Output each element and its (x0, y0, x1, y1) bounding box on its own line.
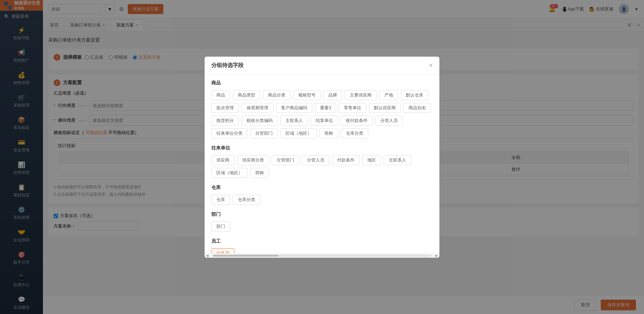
field-tag-cp-5[interactable]: 地区 (362, 155, 381, 165)
field-tag-goods-24[interactable]: 简称 (319, 128, 338, 138)
field-tag-goods-19[interactable]: 收付款条件 (341, 116, 373, 126)
field-tag-goods-15[interactable]: 拣货积分 (211, 116, 239, 126)
modal-body: 商品 商品 商品类型 商品分类 规格型号 品牌 主要供应商 产地 默认仓库 批次… (205, 75, 439, 254)
field-tag-goods-9[interactable]: 保质期管理 (241, 103, 273, 113)
scroll-left-arrow[interactable]: ◀ (205, 254, 210, 257)
warehouse-field-tags: 仓库 仓库分类 (211, 195, 433, 205)
field-tag-goods-7[interactable]: 默认仓库 (401, 90, 428, 100)
field-tag-goods-18[interactable]: 结算单位 (311, 116, 338, 126)
field-tag-emp-0[interactable]: 业务员 (211, 248, 234, 254)
field-tag-goods-16[interactable]: 税收分类编码 (241, 116, 278, 126)
field-tag-dept-0[interactable]: 部门 (211, 222, 230, 232)
field-tag-cp-2[interactable]: 分管部门 (272, 155, 299, 165)
field-tag-wh-1[interactable]: 仓库分类 (233, 195, 260, 205)
field-tag-goods-5[interactable]: 主要供应商 (345, 90, 377, 100)
section-counterpart-title: 往来单位 (211, 145, 433, 151)
field-tag-cp-7[interactable]: 区域（地区） (211, 168, 248, 178)
field-select-modal: 分组待选字段 × 商品 商品 商品类型 商品分类 规格型号 品牌 主要供应商 产… (205, 57, 439, 258)
field-tag-goods-22[interactable]: 分管部门 (250, 128, 278, 138)
employee-field-tags: 业务员 (211, 248, 433, 254)
field-tag-goods-2[interactable]: 商品分类 (263, 90, 290, 100)
field-tag-goods-10[interactable]: 客户商品编码 (276, 103, 312, 113)
scroll-right-arrow[interactable]: ▶ (434, 254, 439, 257)
field-tag-goods-13[interactable]: 默认供应商 (369, 103, 401, 113)
goods-field-tags: 商品 商品类型 商品分类 规格型号 品牌 主要供应商 产地 默认仓库 批次管理 … (211, 90, 433, 138)
modal-horizontal-scrollbar[interactable]: ◀ ▶ (205, 253, 439, 257)
field-tag-wh-0[interactable]: 仓库 (211, 195, 230, 205)
scroll-thumb[interactable] (213, 255, 278, 257)
field-tag-goods-8[interactable]: 批次管理 (211, 103, 239, 113)
field-tag-goods-21[interactable]: 往来单位分类 (211, 128, 248, 138)
field-tag-goods-12[interactable]: 零售单位 (339, 103, 366, 113)
field-tag-cp-3[interactable]: 分管人员 (302, 155, 329, 165)
field-tag-goods-6[interactable]: 产地 (379, 90, 398, 100)
section-warehouse: 仓库 仓库 仓库分类 (211, 185, 433, 205)
section-goods-title: 商品 (211, 80, 433, 86)
field-tag-goods-3[interactable]: 规格型号 (293, 90, 321, 100)
section-department: 部门 部门 (211, 211, 433, 232)
counterpart-field-tags: 供应商 供应商分类 分管部门 分管人员 付款条件 地区 主联系人 区域（地区） … (211, 155, 433, 178)
field-tag-cp-0[interactable]: 供应商 (211, 155, 234, 165)
field-tag-cp-4[interactable]: 付款条件 (332, 155, 360, 165)
section-employee-title: 员工 (211, 238, 433, 244)
modal-header: 分组待选字段 × (205, 57, 439, 75)
field-tag-goods-17[interactable]: 主联系人 (280, 116, 308, 126)
field-tag-cp-6[interactable]: 主联系人 (384, 155, 411, 165)
modal-title: 分组待选字段 (211, 62, 244, 69)
field-tag-goods-20[interactable]: 分管人员 (375, 116, 403, 126)
field-tag-cp-8[interactable]: 简称 (250, 168, 269, 178)
section-goods: 商品 商品 商品类型 商品分类 规格型号 品牌 主要供应商 产地 默认仓库 批次… (211, 80, 433, 138)
field-tag-goods-0[interactable]: 商品 (211, 90, 230, 100)
section-warehouse-title: 仓库 (211, 185, 433, 191)
field-tag-goods-4[interactable]: 品牌 (323, 90, 342, 100)
field-tag-goods-11[interactable]: 重量3 (315, 103, 336, 113)
modal-close-button[interactable]: × (429, 62, 433, 69)
section-counterpart: 往来单位 供应商 供应商分类 分管部门 分管人员 付款条件 地区 主联系人 区域… (211, 145, 433, 178)
field-tag-goods-1[interactable]: 商品类型 (233, 90, 260, 100)
department-field-tags: 部门 (211, 222, 433, 232)
field-tag-cp-1[interactable]: 供应商分类 (237, 155, 269, 165)
field-tag-goods-14[interactable]: 商品别名 (404, 103, 431, 113)
scroll-track (213, 255, 431, 257)
field-tag-goods-25[interactable]: 仓库分类 (341, 128, 368, 138)
section-employee: 员工 业务员 (211, 238, 433, 254)
section-department-title: 部门 (211, 211, 433, 217)
field-tag-goods-23[interactable]: 区域（地区） (280, 128, 317, 138)
